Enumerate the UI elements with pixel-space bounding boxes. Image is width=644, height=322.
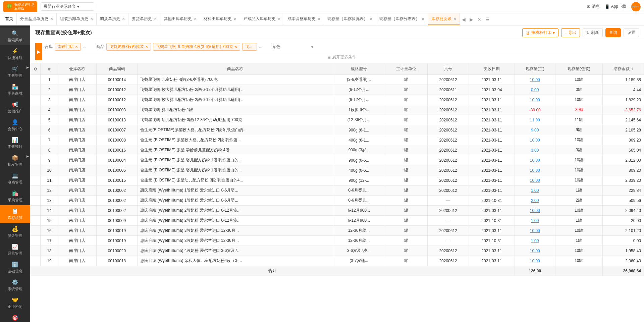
sidebar-item-search[interactable]: 🔍 搜索菜单	[0, 28, 30, 45]
td-qty-main[interactable]: 10.00	[515, 165, 555, 175]
td-qty-main[interactable]: 9.00	[515, 125, 555, 135]
sidebar-item-member[interactable]: 👤 会员中心	[0, 116, 30, 134]
expand2-icon: ▶	[26, 155, 29, 158]
tab-next-btn[interactable]: ▶	[468, 17, 475, 22]
td-qty-main[interactable]: 1.00	[515, 185, 555, 196]
warehouse-tag[interactable]: 南岸门店 ✕	[55, 43, 81, 51]
remove-product-tag-2[interactable]: ✕	[234, 45, 237, 49]
expand-more-btn[interactable]: ⊞ 展开更多条件	[45, 52, 639, 60]
tab-menu-btn[interactable]: ☰	[483, 17, 492, 22]
tab-xiancun1[interactable]: 现存量（库存状况表） ✕	[324, 13, 376, 25]
td-qty-main[interactable]: 0.00	[515, 85, 555, 95]
close-icon[interactable]: ✕	[194, 17, 197, 21]
sidebar-item-quicknav[interactable]: ⚡ 快捷导航	[0, 45, 30, 63]
close-icon[interactable]: ✕	[50, 17, 53, 21]
sidebar-item-retail-mgmt[interactable]: 🛒 零售管理 ▶	[0, 63, 30, 81]
close-icon[interactable]: ✕	[90, 17, 93, 21]
warehouse-filter: 合库 南岸门店 ✕ ···	[45, 43, 86, 51]
td-qty-main[interactable]: 10.00	[515, 75, 555, 85]
sidebar-item-enterprise[interactable]: 🤝 企业协同	[0, 294, 30, 312]
product-more-dots[interactable]: ···	[259, 45, 262, 49]
product-tag-1[interactable]: 飞鹤奶粉3段丙搅装 ✕	[106, 43, 151, 51]
td-qty-main[interactable]: 10.00	[515, 246, 555, 256]
template-print-btn[interactable]: 🖨 按模板打印 ▾	[522, 28, 558, 37]
td-warehouse: 南岸门店	[58, 135, 97, 145]
td-unit: 罐	[385, 226, 428, 236]
sidebar-item-ecommerce[interactable]: 💻 电商管理	[0, 170, 30, 187]
tab-home[interactable]: 首页	[2, 13, 17, 25]
tab-chanpinru[interactable]: 产成品入库单历史 ✕	[240, 13, 284, 25]
industry-select[interactable]: 母婴行业演示账套 ▾	[41, 2, 94, 11]
td-expire: 2021-03-11	[469, 185, 515, 196]
product-tag-2[interactable]: 飞鹤星飞帆 儿童奶粉 4段(3-6岁适用) 700克 ✕	[153, 43, 240, 51]
td-qty-main[interactable]: 11.00	[515, 115, 555, 125]
settings-btn[interactable]: 设置	[624, 28, 639, 37]
sidebar-item-basic-info[interactable]: ℹ️ 基础信息	[0, 259, 30, 276]
sidebar-item-finance[interactable]: 💰 资金管理	[0, 223, 30, 241]
td-batch: 20200612	[428, 145, 469, 155]
close-icon[interactable]: ✕	[370, 17, 372, 21]
export-btn[interactable]: ↓ 导出	[561, 28, 580, 37]
td-qty-main[interactable]: 10.00	[515, 155, 555, 165]
tab-close-btn[interactable]: ✕	[475, 17, 483, 22]
tab-zuhe[interactable]: 组装拆卸单历史 ✕	[57, 13, 97, 25]
tab-yaohuo[interactable]: 要货单历史 ✕	[128, 13, 160, 25]
filter-expand-btn[interactable]: ▶	[35, 43, 42, 60]
sidebar-item-batch-mgmt[interactable]: 📦 批发管理 ▶	[0, 152, 30, 170]
td-qty-main[interactable]: 10.00	[515, 226, 555, 236]
product-tag-3[interactable]: 飞...	[242, 43, 257, 51]
td-qty-pkg: 11罐	[555, 115, 602, 125]
remove-warehouse-tag[interactable]: ✕	[75, 45, 78, 49]
tab-cailiaochu[interactable]: 材料出库单历史 ✕	[200, 13, 240, 25]
td-qty-main[interactable]: 1.00	[515, 216, 555, 226]
query-btn[interactable]: 查询	[605, 28, 621, 37]
sidebar-item-retail-stats[interactable]: 📊 零售统计	[0, 134, 30, 152]
tab-kucun-pici[interactable]: 库存批次账 ✕	[428, 13, 460, 25]
avatar[interactable]: demo2	[631, 2, 641, 11]
td-qty-main[interactable]: 3.00	[515, 145, 555, 155]
td-name: 合生元 (BIOSTIME) 派星幼儿配方奶粉 3段 乳铁蛋白的4...	[138, 175, 333, 185]
close-icon[interactable]: ✕	[422, 17, 424, 21]
td-qty-main[interactable]: 10.00	[515, 256, 555, 266]
tab-xiancun2[interactable]: 现存量（库存分布表） ✕	[376, 13, 428, 25]
td-qty-main[interactable]: 2.00	[515, 196, 555, 206]
sidebar-item-system[interactable]: ⚙️ 系统管理	[0, 276, 30, 294]
td-qty-main[interactable]: 10.00	[515, 175, 555, 185]
td-unit: 罐	[385, 236, 428, 246]
tab-fenliang[interactable]: 分量盘点单历史 ✕	[17, 13, 57, 25]
td-qty-main[interactable]: 10.00	[515, 206, 555, 216]
td-qty-main[interactable]: 10.00	[515, 95, 555, 105]
more-dots[interactable]: ···	[83, 45, 86, 49]
close-icon[interactable]: ✕	[278, 17, 280, 21]
sidebar-item-guide[interactable]: 🎯 新手引导	[0, 312, 30, 322]
sidebar-item-inventory[interactable]: 📋 库存核算	[0, 205, 30, 223]
td-expire: 2021-03-11	[469, 105, 515, 115]
tab-chuku[interactable]: 其他出库单历史 ✕	[160, 13, 200, 25]
close-icon[interactable]: ✕	[122, 17, 125, 21]
td-qty-pkg: 10罐	[555, 175, 602, 185]
tab-prev-btn[interactable]: ◀	[460, 17, 468, 22]
sidebar-item-marketing[interactable]: 📢 营销推广	[0, 99, 30, 116]
td-qty-main[interactable]: -39.00	[515, 105, 555, 115]
sidebar-item-operation[interactable]: 📈 经营管理	[0, 241, 30, 259]
close-icon[interactable]: ✕	[234, 17, 236, 21]
message-btn[interactable]: ✉ 消息	[587, 4, 600, 9]
operation-icon: 📈	[12, 244, 18, 250]
th-no: #	[41, 63, 58, 75]
close-icon[interactable]: ✕	[318, 17, 320, 21]
main-layout: 🔍 搜索菜单 ⚡ 快捷导航 🛒 零售管理 ▶ 🏪 零售商城 📢 营销推广 �	[0, 25, 644, 322]
th-settings[interactable]: ⚙	[31, 63, 41, 75]
close-icon[interactable]: ✕	[154, 17, 157, 21]
tab-chengben[interactable]: 成本调整单历史 ✕	[284, 13, 324, 25]
td-warehouse: 南岸门店	[58, 256, 97, 266]
td-qty-main[interactable]: 10.00	[515, 135, 555, 145]
sidebar-item-retail-mall[interactable]: 🏪 零售商城	[0, 81, 30, 99]
close-icon[interactable]: ✕	[453, 17, 456, 21]
refresh-btn[interactable]: ↻ 刷新	[583, 28, 603, 37]
td-code: 00100019	[96, 236, 138, 246]
td-qty-main[interactable]: 1.00	[515, 236, 555, 246]
sidebar-item-purchase[interactable]: 🛍️ 采购管理	[0, 187, 30, 205]
remove-product-tag-1[interactable]: ✕	[145, 45, 148, 49]
app-download-btn[interactable]: 📱 App下载	[605, 4, 626, 9]
tab-diaopo[interactable]: 调拨单历史 ✕	[97, 13, 128, 25]
